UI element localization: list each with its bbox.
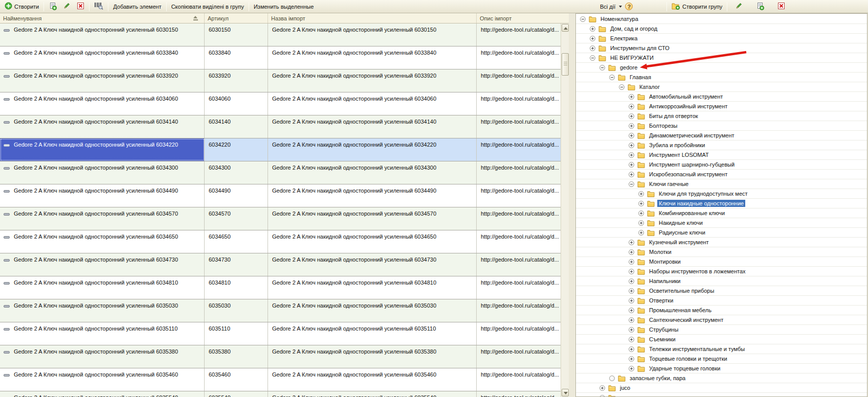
tree-item[interactable]: Главная bbox=[576, 73, 867, 82]
tree-item-label[interactable]: Накидные ключи bbox=[657, 219, 704, 226]
add-element-button[interactable]: Добавить элемент bbox=[110, 1, 164, 12]
tree-item[interactable]: Инструмент шарнирно-губцевый bbox=[576, 160, 867, 170]
table-row[interactable]: Gedore 2 A Ключ накидной односторонний у… bbox=[0, 24, 561, 46]
tree-item[interactable]: Отвертки bbox=[576, 296, 867, 306]
tree-item-label[interactable]: Монтировки bbox=[648, 258, 682, 265]
tree-item[interactable] bbox=[576, 393, 867, 397]
expand-plus-icon[interactable] bbox=[638, 191, 644, 197]
tree-item[interactable]: Антикоррозийный инструмент bbox=[576, 102, 867, 111]
tree-item-label[interactable]: Промышленная мебель bbox=[648, 307, 713, 314]
table-row[interactable]: Gedore 2 A Ключ накидной односторонний у… bbox=[0, 299, 561, 322]
tree-item[interactable]: Болторезы bbox=[576, 121, 867, 131]
tree-item[interactable]: Комбинированные ключи bbox=[576, 208, 867, 218]
tree-item-label[interactable]: Инструменты для СТО bbox=[609, 44, 671, 52]
expand-plus-icon[interactable] bbox=[629, 143, 634, 148]
expand-plus-icon[interactable] bbox=[638, 211, 644, 216]
expand-plus-icon[interactable] bbox=[629, 123, 634, 129]
tree-item[interactable]: Съемники bbox=[576, 335, 867, 344]
copy-group-button[interactable] bbox=[753, 1, 767, 12]
expand-plus-icon[interactable] bbox=[638, 230, 644, 236]
table-row[interactable]: Gedore 2 A Ключ накидной односторонний у… bbox=[0, 368, 561, 391]
scroll-down-button[interactable] bbox=[562, 389, 569, 396]
expand-plus-icon[interactable] bbox=[629, 133, 634, 138]
table-row[interactable]: Gedore 2 A Ключ накидной односторонний у… bbox=[0, 322, 561, 345]
all-actions-button[interactable]: Всі дії bbox=[597, 1, 625, 12]
expand-plus-icon[interactable] bbox=[629, 162, 634, 168]
tree-item-label[interactable]: juco bbox=[618, 384, 632, 391]
table-row[interactable]: Gedore 2 A Ключ накидной односторонний у… bbox=[0, 230, 561, 253]
expand-plus-icon[interactable] bbox=[629, 172, 634, 177]
tree-item-label[interactable]: Номенклатура bbox=[599, 15, 640, 22]
tree-item[interactable]: Динамометрический инструмент bbox=[576, 131, 867, 141]
tree-item-label[interactable]: Ключи гаечные bbox=[648, 180, 690, 188]
tree-item-label[interactable]: запасные губки, пара bbox=[628, 375, 687, 382]
tree-item[interactable]: Молотки bbox=[576, 247, 867, 257]
create-button[interactable]: Створити bbox=[2, 1, 42, 12]
edit-group-button[interactable] bbox=[732, 1, 746, 12]
tree-item-label[interactable]: Молотки bbox=[648, 248, 673, 255]
collapse-minus-icon[interactable] bbox=[580, 16, 586, 22]
expand-plus-icon[interactable] bbox=[629, 278, 634, 284]
tree-item[interactable]: Торцевые головки и трещотки bbox=[576, 354, 867, 364]
expand-plus-icon[interactable] bbox=[629, 366, 634, 371]
tree-item-label[interactable]: Тележки инструментальные и тумбы bbox=[648, 345, 746, 353]
expand-plus-icon[interactable] bbox=[599, 395, 605, 397]
tree-item-label[interactable]: Струбцины bbox=[648, 326, 680, 333]
tree-item[interactable]: Напильники bbox=[576, 276, 867, 286]
column-header-name[interactable]: Найменування bbox=[0, 13, 205, 23]
column-header-import-desc[interactable]: Опис імпорт bbox=[477, 13, 561, 23]
expand-plus-icon[interactable] bbox=[638, 201, 644, 206]
tree-item-label[interactable]: Комбинированные ключи bbox=[657, 209, 726, 217]
tree-item[interactable]: Инструменты для СТО bbox=[576, 43, 867, 53]
tree-item[interactable]: Кузнечный инструмент bbox=[576, 238, 867, 247]
tree-item-label[interactable]: Динамометрический инструмент bbox=[648, 132, 736, 139]
tree-item[interactable]: Каталог bbox=[576, 82, 867, 92]
expand-plus-icon[interactable] bbox=[629, 104, 634, 109]
tree-item[interactable]: Сантехнический инструмент bbox=[576, 315, 867, 325]
expand-plus-icon[interactable] bbox=[629, 327, 634, 333]
collapse-minus-icon[interactable] bbox=[590, 55, 595, 61]
tree-item-label[interactable]: Сантехнический инструмент bbox=[648, 316, 725, 323]
tree-item[interactable]: Наборы инструментов в ложементах bbox=[576, 267, 867, 276]
tree-item[interactable]: Ударные торцевые головки bbox=[576, 364, 867, 373]
expand-plus-icon[interactable] bbox=[629, 249, 634, 255]
expand-plus-icon[interactable] bbox=[629, 269, 634, 274]
tree-item-label[interactable]: gedore bbox=[618, 64, 639, 71]
tree-item-label[interactable]: Кузнечный инструмент bbox=[648, 239, 710, 246]
table-row[interactable]: Gedore 2 A Ключ накидной односторонний у… bbox=[0, 207, 561, 230]
tree-item-label[interactable]: Зубила и пробойники bbox=[648, 142, 706, 149]
table-row[interactable]: Gedore 2 A Ключ накидной односторонний у… bbox=[0, 161, 561, 184]
empty-node-icon[interactable] bbox=[609, 376, 615, 381]
tree-item[interactable]: Дом, сад и огород bbox=[576, 24, 867, 34]
column-header-article[interactable]: Артикул bbox=[205, 13, 268, 23]
tree-item-label[interactable]: Осветительные приборы bbox=[648, 287, 716, 294]
tree-item-label[interactable]: Торцевые головки и трещотки bbox=[648, 355, 729, 362]
tree-item-label[interactable]: Болторезы bbox=[648, 122, 679, 129]
table-row[interactable]: Gedore 2 A Ключ накидной односторонний у… bbox=[0, 138, 561, 161]
expand-plus-icon[interactable] bbox=[629, 337, 634, 342]
tree-item[interactable]: Промышленная мебель bbox=[576, 306, 867, 315]
tree-item-label[interactable]: Електрика bbox=[609, 35, 639, 42]
expand-plus-icon[interactable] bbox=[590, 26, 595, 32]
tree-item[interactable]: Накидные ключи bbox=[576, 218, 867, 228]
expand-plus-icon[interactable] bbox=[629, 240, 634, 245]
expand-plus-icon[interactable] bbox=[638, 220, 644, 226]
expand-plus-icon[interactable] bbox=[629, 288, 634, 294]
tree-item-label[interactable]: Дом, сад и огород bbox=[609, 25, 659, 32]
table-row[interactable]: Gedore 2 A Ключ накидной односторонний у… bbox=[0, 46, 561, 69]
tree-item[interactable]: Ключи накидные односторонние bbox=[576, 199, 867, 208]
collapse-minus-icon[interactable] bbox=[629, 181, 634, 187]
expand-plus-icon[interactable] bbox=[629, 152, 634, 158]
barcode-search-button[interactable] bbox=[91, 1, 106, 12]
scrollbar-thumb[interactable] bbox=[562, 53, 569, 76]
tree-item[interactable]: Монтировки bbox=[576, 257, 867, 267]
expand-plus-icon[interactable] bbox=[629, 317, 634, 323]
expand-plus-icon[interactable] bbox=[599, 385, 605, 391]
tree-item[interactable]: Тележки инструментальные и тумбы bbox=[576, 344, 867, 354]
tree-item[interactable]: Номенклатура bbox=[576, 14, 867, 24]
help-button[interactable]: ? bbox=[625, 3, 633, 10]
expand-plus-icon[interactable] bbox=[629, 298, 634, 303]
vertical-scrollbar[interactable] bbox=[561, 24, 569, 397]
tree-item-label[interactable]: Инструмент шарнирно-губцевый bbox=[648, 161, 736, 168]
table-row[interactable]: Gedore 2 A Ключ накидной односторонний у… bbox=[0, 184, 561, 207]
